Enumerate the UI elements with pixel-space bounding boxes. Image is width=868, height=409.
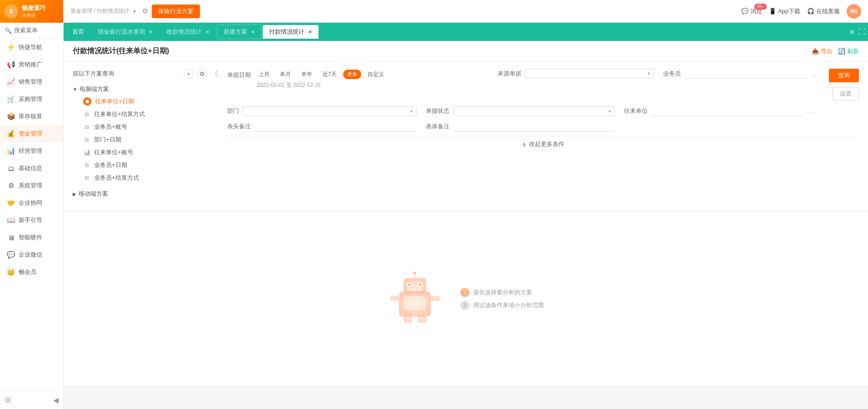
tabs-controls: ✕ ⛶ (849, 28, 866, 36)
salesman-input[interactable] (684, 69, 808, 79)
tab-cash-flow-label: 现金银行流水查询 (98, 28, 145, 36)
sidebar-item-quick-nav[interactable]: ⚡ 快捷导航 (0, 39, 63, 56)
date-btn-last-month[interactable]: 上月 (254, 69, 274, 80)
sidebar-item-guide[interactable]: 📖 新手引导 (0, 212, 63, 229)
chevron-down-icon: ▼ (73, 87, 77, 92)
sidebar-item-purchase[interactable]: 🛒 采购管理 (0, 91, 63, 108)
top-header: 资金管理 / 付款情况统计 ▾ ⚙ 体验行业方案 💬 消息 99+ 📱 App下… (64, 0, 868, 23)
main-content: 资金管理 / 付款情况统计 ▾ ⚙ 体验行业方案 💬 消息 99+ 📱 App下… (64, 0, 868, 409)
mobile-group-toggle[interactable]: ▶ 移动端方案 (73, 188, 218, 200)
tab-new-scheme[interactable]: 新建方案 ✕ (217, 25, 262, 39)
scheme-item-counterpart-date[interactable]: 往来单位+日期 (80, 95, 218, 108)
table-icon: ⊞ (83, 174, 90, 182)
settings-icon[interactable]: ⚙ (5, 396, 11, 404)
inventory-icon: 📦 (7, 112, 15, 121)
desktop-group-toggle[interactable]: ▼ 电脑端方案 (73, 83, 218, 95)
mobile-group-label: 移动端方案 (79, 190, 108, 198)
tab-cash-flow[interactable]: 现金银行流水查询 ✕ (91, 25, 159, 39)
counterpart-input[interactable] (651, 106, 802, 116)
scheme-item-salesman-date[interactable]: ⊞ 业务员+日期 (80, 159, 218, 172)
sidebar-item-coop[interactable]: 🤝 企业协同 (0, 194, 63, 212)
collapse-sidebar-icon[interactable]: ◀ (53, 396, 59, 404)
dropdown-icon[interactable]: ▾ (133, 8, 136, 15)
salesman-dots[interactable]: ... (812, 71, 820, 77)
tab-new-scheme-close[interactable]: ✕ (251, 29, 255, 35)
sidebar-item-operation[interactable]: 📊 经营管理 (0, 142, 63, 160)
empty-tip-1: 1 请先选择要分析的方案 (460, 288, 544, 297)
export-btn[interactable]: 📤 导出 (812, 47, 833, 56)
scheme-item-dept-date[interactable]: ⊞ 部门+日期 (80, 133, 218, 146)
search-menu[interactable]: 🔍 搜索菜单 (0, 23, 63, 39)
sidebar-item-label: 采购管理 (19, 95, 42, 103)
user-avatar[interactable]: Rit (847, 4, 861, 19)
svg-rect-11 (404, 296, 426, 310)
date-btn-group: 上月 本月 本年 近7天 更多 自定义 (254, 69, 388, 80)
trial-btn[interactable]: 体验行业方案 (152, 5, 200, 18)
tip-num-1: 1 (460, 288, 469, 297)
tab-payment-stat[interactable]: 付款情况统计 ✕ (263, 25, 319, 39)
app-download-btn[interactable]: 📱 App下载 (769, 7, 800, 15)
counterpart-filter-group: 往来单位 ... (624, 106, 813, 116)
tab-receipt-close[interactable]: ✕ (205, 29, 210, 35)
chevron-up-icon: ∧ (522, 141, 527, 148)
status-select[interactable]: ▾ (453, 106, 615, 116)
sidebar-item-system[interactable]: ⚙ 系统管理 (0, 177, 63, 194)
sidebar-item-label: 经营管理 (19, 147, 42, 155)
service-icon: 🎧 (807, 8, 814, 15)
page-content: 付款情况统计(往来单位+日期) 📤 导出 🔄 刷新 按以下方案查询 (64, 41, 868, 409)
scheme-item-counterpart-account[interactable]: 📊 往来单位+账号 (80, 146, 218, 159)
sidebar-item-label: 智能硬件 (19, 233, 42, 242)
tbody-remark-input[interactable] (453, 121, 615, 131)
sidebar-item-label: 营销推广 (19, 61, 42, 69)
collapse-more-btn[interactable]: ∧ 收起更多条件 (227, 136, 859, 152)
sidebar-item-sales[interactable]: 📈 销售管理 (0, 73, 63, 91)
sidebar-item-member[interactable]: 👑 畅会员 (0, 263, 63, 281)
thead-remark-input[interactable] (254, 121, 417, 131)
tab-home[interactable]: 首页 (66, 25, 90, 39)
message-badge: 99+ (754, 4, 767, 10)
desktop-scheme-list: 往来单位+日期 ⊞ 往来单位+结算方式 ⊞ 业务员+账号 ⊞ (73, 95, 218, 184)
tab-payment-stat-close[interactable]: ✕ (308, 29, 312, 35)
add-scheme-btn[interactable]: + (184, 69, 194, 79)
tab-close-all-btn[interactable]: ✕ (849, 28, 855, 36)
tab-receipt-stat[interactable]: 收款情况统计 ✕ (160, 25, 216, 39)
date-btn-more[interactable]: 更多 (343, 70, 361, 79)
thead-remark-group: 表头备注 (227, 121, 417, 131)
scheme-item-counterpart-settlement[interactable]: ⊞ 往来单位+结算方式 (80, 108, 218, 121)
sidebar-item-basic[interactable]: 🗂 基础信息 (0, 160, 63, 177)
tab-cash-flow-close[interactable]: ✕ (149, 29, 153, 35)
scheme-settings-btn[interactable]: ⚙ (197, 69, 207, 79)
refresh-label: 刷新 (847, 47, 859, 56)
header-settings-icon[interactable]: ⚙ (142, 7, 148, 15)
sidebar-item-finance[interactable]: 💰 资金管理 (0, 125, 63, 142)
collapse-scheme-btn[interactable]: 《 (211, 69, 218, 79)
filter-settings-btn[interactable]: 设置 (833, 87, 859, 101)
svg-point-4 (408, 283, 411, 286)
date-btn-7days[interactable]: 近7天 (319, 69, 341, 80)
query-btn[interactable]: 查询 (829, 69, 859, 82)
sidebar-item-inventory[interactable]: 📦 库存核算 (0, 108, 63, 125)
empty-robot-icon (388, 271, 442, 327)
tab-fullscreen-btn[interactable]: ⛶ (858, 28, 866, 36)
sidebar-item-marketing[interactable]: 📢 营销推广 (0, 56, 63, 73)
sidebar-item-hardware[interactable]: 🖥 智能硬件 (0, 229, 63, 246)
tab-payment-stat-label: 付款情况统计 (269, 28, 304, 36)
message-btn[interactable]: 💬 消息 99+ (741, 7, 762, 15)
date-btn-custom[interactable]: 自定义 (364, 69, 388, 80)
source-select[interactable]: ▾ (525, 69, 654, 78)
refresh-btn[interactable]: 🔄 刷新 (838, 47, 859, 56)
table-icon: ⊞ (83, 136, 90, 143)
counterpart-dots[interactable]: ... (806, 108, 813, 115)
dept-select[interactable]: ▾ (243, 106, 417, 116)
sidebar-item-label: 企业协同 (19, 199, 42, 207)
online-service-btn[interactable]: 🎧 在线客服 (807, 7, 840, 15)
empty-state-content: 1 请先选择要分析的方案 2 用过滤条件来缩小分析范围 (388, 271, 544, 327)
filter-row-2: 部门 ▾ 单据状态 ▾ (227, 106, 859, 116)
date-btn-this-month[interactable]: 本月 (276, 69, 295, 80)
sidebar-item-wechat[interactable]: 💬 企业微信 (0, 246, 63, 263)
scheme-item-salesman-settlement[interactable]: ⊞ 业务员+结算方式 (80, 172, 218, 184)
finance-icon: 💰 (7, 130, 15, 138)
date-btn-this-year[interactable]: 本年 (297, 69, 316, 80)
scheme-item-salesman-account[interactable]: ⊞ 业务员+账号 (80, 121, 218, 133)
dept-filter-group: 部门 ▾ (227, 106, 417, 116)
